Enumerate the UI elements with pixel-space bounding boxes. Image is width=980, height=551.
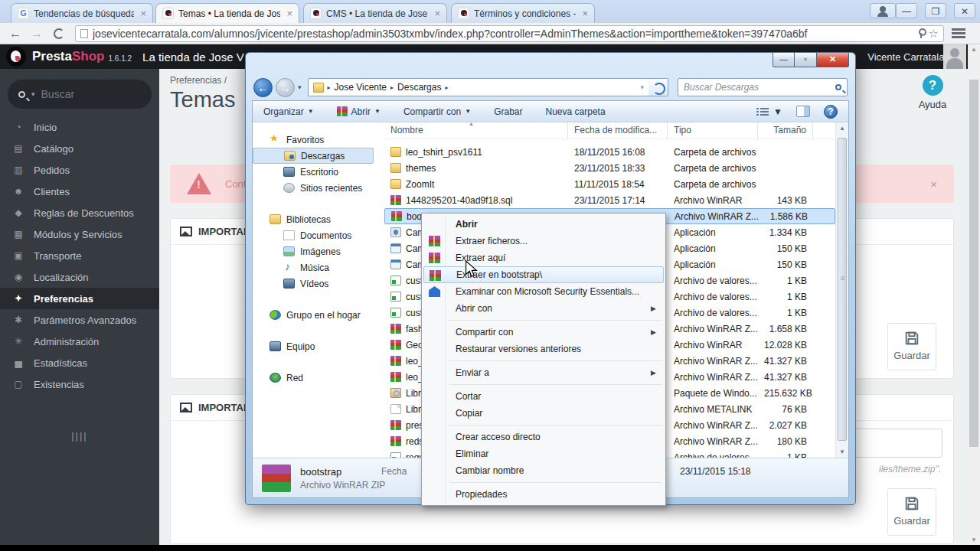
- back-icon[interactable]: ←: [9, 27, 21, 41]
- sidebar-item-clientes[interactable]: ☻Clientes: [0, 181, 159, 202]
- file-row[interactable]: ZoomIt11/11/2015 18:54Carpeta de archivo…: [384, 176, 835, 192]
- nav-sitios-recientes[interactable]: Sitios recientes: [253, 180, 384, 196]
- tab-cms[interactable]: CMS • La tienda de Jose V ×: [303, 3, 447, 23]
- new-folder-button[interactable]: Nueva carpeta: [546, 106, 606, 117]
- sidebar-item-transporte[interactable]: ▣Transporte: [0, 245, 159, 266]
- nav-videos[interactable]: Vídeos: [253, 276, 384, 292]
- sidebar-item-inicio[interactable]: ◔Inicio: [0, 116, 159, 138]
- shop-name[interactable]: La tienda de Jose V: [142, 51, 244, 64]
- nav-imagenes[interactable]: Imágenes: [253, 243, 384, 259]
- sidebar-item-existencias[interactable]: ▢Existencias: [0, 373, 159, 395]
- explorer-maximize-button[interactable]: ▫: [795, 53, 816, 67]
- breadcrumb-jose-vicente[interactable]: Jose Vicente: [335, 82, 387, 93]
- help-button[interactable]: ? Ayuda: [910, 75, 956, 110]
- sidebar-item-administracion[interactable]: ✳Administración: [0, 331, 159, 352]
- window-minimize-button[interactable]: —: [896, 3, 917, 18]
- preview-pane-icon[interactable]: [796, 106, 810, 117]
- page-scrollbar[interactable]: ▲ ▼: [968, 44, 980, 545]
- nav-documentos[interactable]: Documentos: [253, 227, 384, 243]
- menu-item-crear-acceso-directo[interactable]: Crear acceso directo: [423, 429, 664, 445]
- explorer-back-button[interactable]: ←: [253, 78, 273, 97]
- file-row[interactable]: 1448295201-40ad9f18.sql23/11/2015 17:14A…: [384, 192, 835, 208]
- column-tipo[interactable]: Tipo: [668, 122, 758, 139]
- sidebar-collapse-icon[interactable]: ||||: [70, 430, 90, 442]
- menu-item-examinar-mse[interactable]: Examinar con Microsoft Security Essentia…: [423, 283, 664, 300]
- tab-tendencias[interactable]: G Tendencias de búsqueda ×: [11, 3, 153, 23]
- file-row[interactable]: themes23/11/2015 18:33Carpeta de archivo…: [384, 160, 835, 176]
- scroll-up-icon[interactable]: ▲: [836, 125, 848, 132]
- sidebar-item-localizacion[interactable]: ◉Localización: [0, 266, 159, 288]
- menu-item-eliminar[interactable]: Eliminar: [423, 445, 664, 462]
- bookmark-star-icon[interactable]: ☆: [929, 27, 939, 41]
- explorer-address-bar[interactable]: ▸ Jose Vicente ▸ Descargas ▸ ▾: [308, 78, 649, 96]
- address-bar[interactable]: josevicentecarratala.com/alumnos/jvicent…: [75, 25, 944, 42]
- menu-item-extraer-en-bootstrap[interactable]: Extraer en bootstrap\: [423, 266, 664, 283]
- menu-item-extraer-aqui[interactable]: Extraer aquí: [423, 249, 664, 266]
- file-row[interactable]: leo_tshirt_psv161118/11/2015 16:08Carpet…: [384, 144, 835, 160]
- window-close-button[interactable]: ✕: [954, 3, 975, 18]
- nav-favoritos[interactable]: Favoritos: [253, 132, 384, 148]
- sidebar-item-estadisticas[interactable]: ▅Estadísticas: [0, 352, 159, 373]
- sidebar-item-parametros-avanzados[interactable]: ✱Parámetros Avanzados: [0, 309, 159, 331]
- scrollbar-thumb[interactable]: [969, 80, 978, 447]
- admin-search-box[interactable]: ▾ Buscar: [8, 80, 152, 109]
- save-button[interactable]: Guardar: [887, 323, 936, 370]
- nav-bibliotecas[interactable]: Bibliotecas: [253, 211, 384, 227]
- forward-icon[interactable]: →: [31, 27, 43, 41]
- help-icon[interactable]: ?: [824, 105, 838, 119]
- nav-grupo-hogar[interactable]: Grupo en el hogar: [253, 307, 384, 323]
- tab-close-icon[interactable]: ×: [286, 8, 292, 19]
- nav-musica[interactable]: Música: [253, 259, 384, 276]
- nav-descargas[interactable]: Descargas: [253, 148, 374, 164]
- column-fecha[interactable]: Fecha de modifica...: [568, 122, 668, 139]
- browser-profile-icon[interactable]: [870, 3, 896, 18]
- explorer-minimize-button[interactable]: —: [773, 53, 795, 67]
- warning-close-icon[interactable]: ×: [930, 178, 937, 191]
- sidebar-item-catalogo[interactable]: ▤Catálogo: [0, 138, 159, 159]
- sidebar-item-pedidos[interactable]: ▥Pedidos: [0, 159, 159, 181]
- browser-menu-icon[interactable]: [952, 28, 965, 38]
- views-icon[interactable]: [755, 106, 770, 117]
- menu-item-propiedades[interactable]: Propiedades: [423, 486, 664, 503]
- menu-item-compartir-con[interactable]: Compartir con▶: [423, 324, 664, 341]
- tab-close-icon[interactable]: ×: [582, 8, 588, 19]
- user-menu[interactable]: Vicente Carratala ▾: [867, 44, 952, 69]
- refresh-button[interactable]: [648, 78, 668, 96]
- address-dropdown-icon[interactable]: ▾: [640, 83, 644, 91]
- sidebar-item-modulos[interactable]: ▦Módulos y Servicios: [0, 223, 159, 245]
- scroll-down-icon[interactable]: ▼: [968, 536, 980, 543]
- scrollbar-thumb[interactable]: [838, 138, 847, 441]
- scroll-down-icon[interactable]: ▼: [836, 448, 848, 455]
- save-button[interactable]: Guardar: [887, 488, 936, 536]
- password-key-icon[interactable]: [918, 28, 924, 38]
- tab-close-icon[interactable]: ×: [140, 8, 146, 19]
- avatar[interactable]: [943, 44, 966, 69]
- nav-escritorio[interactable]: Escritorio: [253, 164, 384, 180]
- chevron-down-icon[interactable]: ▼: [773, 106, 782, 117]
- menu-item-cambiar-nombre[interactable]: Cambiar nombre: [423, 462, 664, 479]
- sidebar-item-reglas-descuentos[interactable]: ◆Reglas de Descuentos: [0, 202, 159, 223]
- url-text[interactable]: josevicentecarratala.com/alumnos/jvicent…: [93, 28, 913, 40]
- nav-equipo[interactable]: Equipo: [253, 338, 384, 354]
- explorer-search-box[interactable]: Buscar Descargas: [678, 78, 848, 96]
- scroll-up-icon[interactable]: ▲: [968, 46, 980, 53]
- menu-item-extraer-ficheros[interactable]: Extraer ficheros...: [423, 233, 664, 249]
- history-chevron-icon[interactable]: ▾: [298, 83, 302, 91]
- column-nombre[interactable]: Nombre: [384, 122, 568, 139]
- sidebar-item-preferencias[interactable]: ✦Preferencias: [0, 288, 159, 309]
- menu-item-restaurar-versiones[interactable]: Restaurar versiones anteriores: [423, 341, 664, 357]
- menu-item-abrir[interactable]: Abrir: [423, 216, 664, 233]
- breadcrumb-descargas[interactable]: Descargas: [397, 82, 441, 93]
- chevron-down-icon[interactable]: ▾: [31, 90, 35, 98]
- menu-item-abrir-con[interactable]: Abrir con▶: [423, 300, 664, 317]
- nav-red[interactable]: Red: [253, 370, 384, 386]
- burn-button[interactable]: Grabar: [494, 106, 522, 117]
- file-list-scrollbar[interactable]: ▲ ▼: [835, 122, 848, 458]
- tab-close-icon[interactable]: ×: [434, 8, 440, 19]
- column-tamano[interactable]: Tamaño: [758, 122, 813, 139]
- explorer-forward-button[interactable]: →: [276, 78, 295, 97]
- reload-icon[interactable]: [54, 28, 64, 39]
- explorer-close-button[interactable]: ✕: [816, 53, 849, 67]
- breadcrumb[interactable]: Preferencias /: [170, 75, 227, 86]
- menu-item-cortar[interactable]: Cortar: [423, 388, 664, 405]
